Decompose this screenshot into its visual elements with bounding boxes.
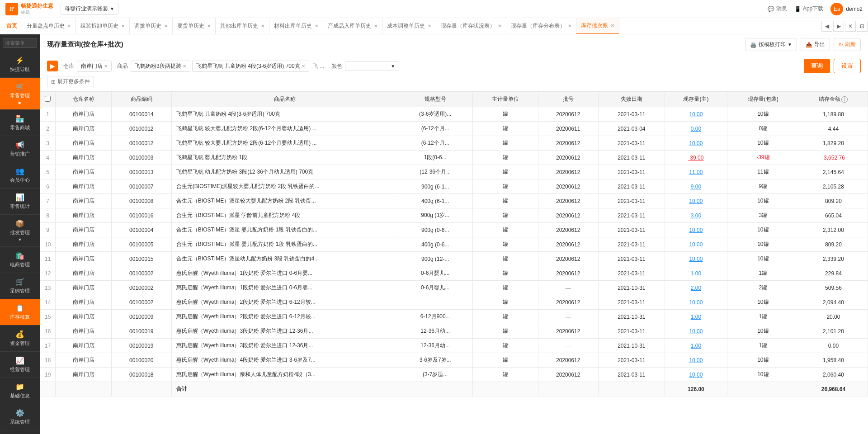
- message-label: 消息: [776, 5, 787, 13]
- tab-chanpin-close[interactable]: ✕: [374, 24, 377, 28]
- tab-cailiao[interactable]: 材料出库单历史 ✕: [269, 18, 323, 34]
- sidebar-item-marketing[interactable]: 📢 营销推广: [0, 136, 40, 162]
- row-stock-main[interactable]: -39.00: [665, 151, 727, 165]
- settings-btn[interactable]: 设置: [834, 59, 861, 73]
- tab-more-btn[interactable]: ⊡: [857, 21, 868, 32]
- row-spec: 3-6岁及7岁...: [398, 353, 472, 368]
- sidebar-item-ecommerce[interactable]: 🛍️ 电商管理: [0, 247, 40, 273]
- row-stock-main[interactable]: 10.00: [665, 324, 727, 339]
- sidebar-item-shortcut[interactable]: ⚡ 快捷导航: [0, 52, 40, 78]
- export-btn[interactable]: 📤 导出: [801, 38, 830, 51]
- tab-xiancun1-close[interactable]: ✕: [498, 24, 501, 28]
- sidebar-item-system[interactable]: ⚙️ 系统管理: [0, 404, 40, 430]
- top-bar-left: 好 畅捷通好生意 标题 母婴行业演示账套 ▼: [5, 3, 118, 15]
- tab-kucun-pici[interactable]: 库存批次账 ✕: [576, 18, 619, 34]
- tab-prev-btn[interactable]: ◀: [821, 21, 832, 32]
- sidebar-item-inventory[interactable]: 📋 库存核算: [0, 299, 40, 326]
- product-tag-1-close[interactable]: ✕: [183, 64, 186, 69]
- org-selector[interactable]: 母婴行业演示账套 ▼: [61, 3, 118, 15]
- tab-fenliang-close[interactable]: ✕: [67, 24, 71, 28]
- purchase-icon: 🛒: [15, 278, 24, 286]
- tab-diaobou[interactable]: 调拨单历史 ✕: [130, 18, 173, 34]
- app-download-btn[interactable]: 📱 App下载: [794, 5, 823, 13]
- row-stock-main[interactable]: 10.00: [665, 107, 727, 122]
- color-selector[interactable]: ▼: [345, 61, 399, 71]
- sidebar-item-finance[interactable]: 💰 资金管理: [0, 326, 40, 352]
- tab-chengben-close[interactable]: ✕: [428, 24, 431, 28]
- amount-info-icon[interactable]: i: [841, 96, 848, 103]
- row-stock-main[interactable]: 0.00: [665, 122, 727, 136]
- product-more-dots[interactable]: 飞 ...: [311, 62, 326, 70]
- row-stock-main[interactable]: 2.00: [665, 281, 727, 295]
- tab-xiancun1[interactable]: 现存量（库存状况表） ✕: [436, 18, 506, 34]
- row-batch: 20200612: [538, 324, 598, 339]
- query-btn[interactable]: 查询: [804, 59, 830, 73]
- tab-qita-close[interactable]: ✕: [261, 24, 264, 28]
- row-stock-main[interactable]: 10.00: [665, 252, 727, 266]
- row-stock-main[interactable]: 10.00: [665, 136, 727, 151]
- tab-chengben[interactable]: 成本调整单历史 ✕: [382, 18, 436, 34]
- tab-kucun-pici-close[interactable]: ✕: [611, 23, 614, 28]
- row-batch: 20200612: [538, 266, 598, 281]
- row-unit: 罐: [472, 324, 538, 339]
- row-stock-main[interactable]: 10.00: [665, 223, 727, 237]
- tab-close-all-btn[interactable]: ✕: [845, 21, 856, 32]
- tab-diaobou-close[interactable]: ✕: [164, 24, 168, 28]
- tab-cailiao-close[interactable]: ✕: [315, 24, 318, 28]
- row-code: 00100016: [111, 208, 171, 223]
- row-stock-main[interactable]: 1.00: [665, 266, 727, 281]
- row-stock-main[interactable]: 10.00: [665, 353, 727, 368]
- tab-next-btn[interactable]: ▶: [833, 21, 844, 32]
- sidebar-item-operations[interactable]: 📈 经营管理: [0, 352, 40, 378]
- row-stock-main[interactable]: 9.00: [665, 179, 727, 194]
- sidebar-purchase-label: 采购管理: [10, 288, 30, 294]
- select-all-checkbox[interactable]: [45, 96, 51, 102]
- sidebar-item-collab[interactable]: 🤝 企业协同: [0, 430, 40, 434]
- row-amount: 229.84: [799, 266, 868, 281]
- tab-chanpin[interactable]: 产成品入库单历史 ✕: [323, 18, 382, 34]
- product-tag-2-close[interactable]: ✕: [302, 64, 305, 69]
- row-stock-main[interactable]: 10.00: [665, 295, 727, 310]
- row-spec: [398, 295, 472, 310]
- sidebar-item-member[interactable]: 👥 会员中心: [0, 162, 40, 189]
- row-stock-main[interactable]: 10.00: [665, 368, 727, 382]
- tab-xiancun2-close[interactable]: ✕: [568, 24, 571, 28]
- sidebar-item-wholesale[interactable]: 📦 批发管理 ▼: [0, 215, 40, 247]
- sidebar-item-purchase[interactable]: 🛒 采购管理: [0, 273, 40, 299]
- tab-fenliang[interactable]: 分量盘点单历史 ✕: [22, 18, 76, 34]
- refresh-btn[interactable]: ↻ 刷新: [834, 38, 861, 51]
- row-stock-main[interactable]: 10.00: [665, 194, 727, 208]
- sidebar-item-retail-mall[interactable]: 🏪 零售商城: [0, 110, 40, 136]
- warehouse-tag-close[interactable]: ✕: [104, 64, 108, 69]
- tab-zuzhang-close[interactable]: ✕: [121, 24, 125, 28]
- row-unit: 罐: [472, 353, 538, 368]
- row-stock-main[interactable]: 1.00: [665, 339, 727, 353]
- row-code: 00100007: [111, 179, 171, 194]
- expand-more-btn[interactable]: ⊞ 展开更多条件: [47, 76, 94, 87]
- row-stock-main[interactable]: 11.00: [665, 165, 727, 179]
- total-row: 合计 126.00 26,968.64: [40, 382, 868, 396]
- sidebar-retail-mall-label: 零售商城: [10, 124, 30, 131]
- row-stock-main[interactable]: 3.00: [665, 208, 727, 223]
- row-stock-main[interactable]: 10.00: [665, 237, 727, 252]
- row-stock-pkg: -39罐: [727, 151, 799, 165]
- message-btn[interactable]: 💬 消息: [768, 5, 787, 13]
- search-input[interactable]: [3, 38, 37, 48]
- row-code: 00100013: [111, 165, 171, 179]
- row-batch: 20200612: [538, 223, 598, 237]
- tab-home[interactable]: 首页: [2, 18, 22, 34]
- tab-yaohuo[interactable]: 要货单历史 ✕: [173, 18, 216, 34]
- tab-zuzhang[interactable]: 组装拆卸单历史 ✕: [76, 18, 130, 34]
- sidebar-item-retail-stats[interactable]: 📊 零售统计: [0, 189, 40, 215]
- sidebar-item-basic-info[interactable]: 📁 基础信息: [0, 378, 40, 404]
- sidebar-item-retail-mgmt[interactable]: 🛒 零售管理 ▶: [0, 78, 40, 110]
- table-row: 14 南岸门店 00100002 惠氏启醒（Wyeth illuma）2段奶粉 …: [40, 295, 868, 310]
- row-unit: 罐: [472, 179, 538, 194]
- expand-filter-btn[interactable]: ▶: [47, 61, 58, 71]
- tab-qita[interactable]: 其他出库单历史 ✕: [216, 18, 269, 34]
- tab-xiancun2[interactable]: 现存量（库存分布表） ✕: [506, 18, 576, 34]
- warehouse-label: 仓库: [63, 62, 74, 70]
- tab-yaohuo-close[interactable]: ✕: [207, 24, 211, 28]
- row-stock-main[interactable]: 1.00: [665, 310, 727, 324]
- template-print-btn[interactable]: 🖨️ 按模板打印 ▼: [745, 38, 797, 51]
